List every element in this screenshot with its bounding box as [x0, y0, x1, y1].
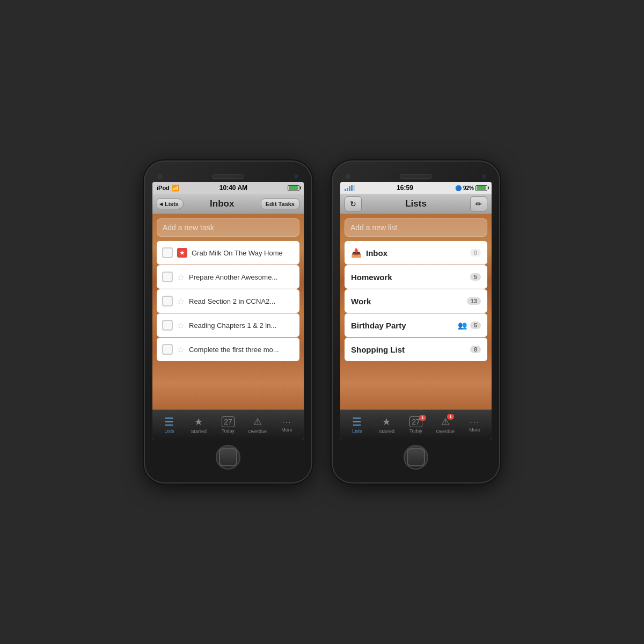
phone-1-screen: iPod 📶 10:40 AM Lists Inbox Edit Tasks A… [152, 182, 304, 440]
front-camera [158, 174, 162, 179]
home-button-2[interactable] [404, 445, 428, 470]
overdue-icon-2: ⚠1 [441, 416, 450, 428]
list-item-work[interactable]: Work 13 [345, 289, 487, 313]
tab-overdue-1[interactable]: ⚠ Overdue [243, 416, 272, 434]
tab-today-1[interactable]: 27 Today [214, 416, 243, 434]
today-badge: 1 [419, 415, 426, 421]
birthday-count: 5 [470, 321, 481, 329]
starred-icon-2: ★ [382, 416, 391, 428]
phone-1-top [152, 172, 304, 182]
phone-2-screen: 16:59 🔵 92% ↻ Lists ✏ Add a new list [340, 182, 492, 440]
refresh-button[interactable]: ↻ [345, 196, 362, 211]
shared-icon: 👥 [458, 321, 467, 330]
more-icon-1: ··· [282, 418, 292, 426]
task-text-3: Read Section 2 in CCNA2... [189, 297, 294, 305]
task-checkbox-2[interactable] [162, 272, 173, 282]
task-text-5: Complete the first three mo... [189, 346, 294, 354]
nav-bar-2: ↻ Lists ✏ [340, 194, 492, 214]
sensor-2 [482, 174, 486, 179]
starred-icon-1: ★ [194, 416, 203, 428]
tab-lists-1[interactable]: ☰ Lists [155, 416, 184, 434]
shopping-name: Shopping List [351, 345, 470, 354]
task-checkbox-5[interactable] [162, 344, 173, 355]
overdue-icon-1: ⚠ [253, 416, 262, 428]
today-icon-2: 271 [409, 416, 422, 427]
task-item-5[interactable]: ☆ Complete the first three mo... [157, 338, 299, 361]
more-icon-2: ··· [470, 418, 480, 426]
wood-background-2: Add a new list 📥 Inbox 0 Homework 5 [340, 214, 492, 440]
list-item-inbox[interactable]: 📥 Inbox 0 [345, 241, 487, 265]
birthday-name: Birthday Party [351, 321, 458, 330]
lists-container: 📥 Inbox 0 Homework 5 Work 13 [340, 240, 492, 409]
battery-icon [288, 185, 299, 191]
tab-bar-2: ☰ Lists ★ Starred 271 Today ⚠1 Overdue [340, 409, 492, 440]
homework-count: 5 [470, 273, 481, 281]
list-item-birthday[interactable]: Birthday Party 👥 5 [345, 313, 487, 337]
task-text-2: Prepare Another Awesome... [189, 273, 294, 281]
task-checkbox-4[interactable] [162, 320, 173, 331]
work-count: 13 [467, 297, 481, 305]
phone-2-top [340, 172, 492, 182]
task-star-2[interactable]: ☆ [177, 272, 185, 282]
home-button-1[interactable] [216, 445, 240, 470]
tab-today-2[interactable]: 271 Today [401, 416, 431, 434]
tab-starred-2[interactable]: ★ Starred [372, 416, 401, 434]
task-checkbox-3[interactable] [162, 296, 173, 306]
task-star-5[interactable]: ☆ [177, 345, 185, 355]
add-task-input[interactable]: Add a new task [157, 218, 299, 237]
battery-percent: 92% [463, 185, 474, 191]
time-label-2: 16:59 [397, 184, 413, 192]
task-star-3[interactable]: ☆ [177, 296, 185, 306]
task-star-4[interactable]: ☆ [177, 320, 185, 331]
phone-2: 16:59 🔵 92% ↻ Lists ✏ Add a new list [333, 162, 499, 482]
work-name: Work [351, 297, 467, 306]
task-item-3[interactable]: ☆ Read Section 2 in CCNA2... [157, 289, 299, 313]
battery-icon-2 [475, 185, 487, 191]
tab-bar-1: ☰ Lists ★ Starred 27 Today ⚠ Overdue [152, 409, 304, 440]
tab-more-label-2: More [469, 427, 480, 433]
task-item-1[interactable]: ★ Grab Milk On The Way Home [157, 241, 299, 265]
tab-more-2[interactable]: ··· More [460, 418, 489, 433]
status-bar-1: iPod 📶 10:40 AM [152, 182, 304, 194]
sensor [294, 174, 298, 179]
lists-icon-2: ☰ [352, 416, 362, 427]
tab-today-label-2: Today [409, 428, 422, 434]
task-checkbox-1[interactable] [162, 247, 173, 258]
task-item-4[interactable]: ☆ Reading Chapters 1 & 2 in... [157, 313, 299, 337]
back-button[interactable]: Lists [157, 199, 184, 209]
inbox-icon: 📥 [351, 248, 362, 258]
tab-lists-label-2: Lists [352, 428, 362, 434]
edit-tasks-button[interactable]: Edit Tasks [261, 199, 299, 209]
speaker-2 [400, 174, 432, 179]
task-item-2[interactable]: ☆ Prepare Another Awesome... [157, 265, 299, 289]
tab-more-label-1: More [281, 427, 292, 433]
phone-1: iPod 📶 10:40 AM Lists Inbox Edit Tasks A… [145, 162, 311, 482]
list-item-homework[interactable]: Homework 5 [345, 265, 487, 289]
overdue-badge: 1 [447, 414, 453, 420]
lists-icon: ☰ [164, 416, 174, 427]
today-icon-1: 27 [222, 416, 235, 427]
task-text-1: Grab Milk On The Way Home [192, 249, 294, 257]
tab-more-1[interactable]: ··· More [272, 418, 302, 433]
wood-background-1: Add a new task ★ Grab Milk On The Way Ho… [152, 214, 304, 440]
tab-lists-label-1: Lists [164, 428, 174, 434]
tab-starred-label-1: Starred [191, 429, 207, 434]
wifi-icon: 📶 [172, 185, 179, 192]
inbox-count: 0 [470, 249, 481, 257]
edit-button-2[interactable]: ✏ [470, 196, 487, 211]
nav-title-2: Lists [405, 199, 427, 209]
tab-starred-1[interactable]: ★ Starred [184, 416, 214, 434]
task-star-1[interactable]: ★ [177, 248, 187, 258]
carrier-label: iPod [157, 185, 170, 191]
tab-lists-2[interactable]: ☰ Lists [342, 416, 372, 434]
task-text-4: Reading Chapters 1 & 2 in... [189, 321, 294, 330]
shopping-count: 8 [470, 346, 481, 353]
speaker [212, 174, 244, 179]
tab-today-label-1: Today [222, 428, 235, 434]
nav-title-1: Inbox [210, 199, 234, 209]
list-item-shopping[interactable]: Shopping List 8 [345, 338, 487, 361]
add-list-input[interactable]: Add a new list [345, 218, 487, 237]
tab-overdue-label-1: Overdue [248, 429, 267, 434]
inbox-name: Inbox [366, 248, 470, 258]
tab-overdue-2[interactable]: ⚠1 Overdue [430, 416, 460, 434]
